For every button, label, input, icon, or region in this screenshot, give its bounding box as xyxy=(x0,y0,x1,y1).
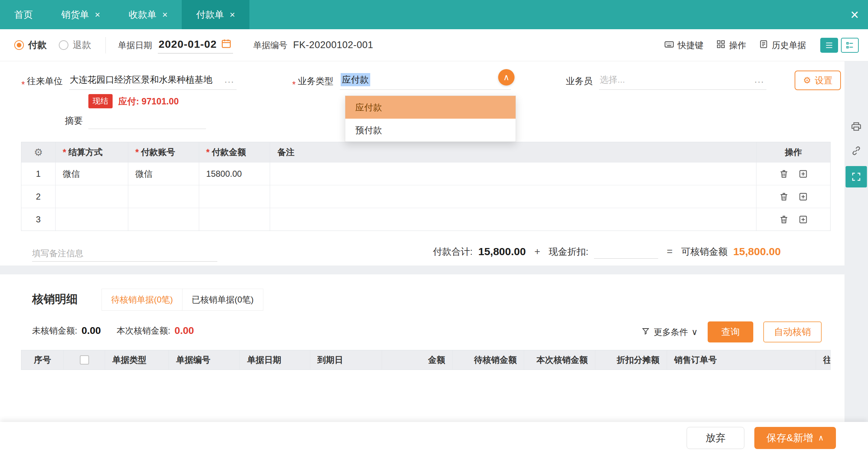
list-view-icon xyxy=(825,41,834,50)
link-button[interactable] xyxy=(847,142,865,160)
tab-receipt-label: 收款单 xyxy=(129,9,156,21)
date-label: 单据日期 xyxy=(118,40,152,51)
verifiable-label: 可核销金额 xyxy=(681,246,728,258)
tab-pending-label: 待核销单据(0笔) xyxy=(111,295,173,304)
pay-account-cell[interactable] xyxy=(128,185,199,208)
pay-account-cell[interactable] xyxy=(128,208,199,231)
settings-button[interactable]: ⚙ 设置 xyxy=(795,71,841,90)
dropdown-option-label: 预付款 xyxy=(355,124,382,136)
date-picker[interactable]: 2020-01-02 xyxy=(158,37,233,53)
settle-method-cell[interactable] xyxy=(56,185,128,208)
salesman-placeholder: 选择... xyxy=(600,74,625,86)
header-actions: 操作 xyxy=(756,142,830,162)
settings-label: 设置 xyxy=(815,74,832,86)
pay-amount-cell[interactable]: 15800.00 xyxy=(199,162,270,185)
expand-button[interactable] xyxy=(846,166,867,187)
settle-method-cell[interactable]: 微信 xyxy=(56,162,128,185)
radio-refund[interactable]: 退款 xyxy=(59,39,91,51)
header-checkbox-cell xyxy=(64,350,105,370)
remark-cell[interactable] xyxy=(270,185,756,208)
detail-view-toggle[interactable] xyxy=(841,38,859,53)
tab-payment[interactable]: 付款单 × xyxy=(182,0,249,29)
remark-cell[interactable] xyxy=(270,162,756,185)
biz-type-dropdown: 应付款 预付款 xyxy=(345,96,516,142)
right-rail xyxy=(845,118,867,187)
payment-table-header: ⚙ * 结算方式 * 付款账号 * 付款金额 备注 操作 xyxy=(21,142,830,162)
contact-lookup-icon[interactable]: ... xyxy=(224,74,234,85)
expand-icon xyxy=(851,171,862,182)
add-row-icon[interactable] xyxy=(798,215,808,225)
add-row-icon[interactable] xyxy=(798,169,808,179)
more-conditions-button[interactable]: 更多条件 ∨ xyxy=(641,326,698,338)
settle-method-cell[interactable] xyxy=(56,208,128,231)
tab-verified-label: 已核销单据(0笔) xyxy=(192,295,253,304)
shortcut-keys-button[interactable]: 快捷键 xyxy=(664,39,703,51)
radio-dot xyxy=(14,40,24,50)
close-tab-icon[interactable]: × xyxy=(162,9,167,20)
radio-dot xyxy=(59,40,68,50)
doc-remark-input[interactable] xyxy=(32,245,217,262)
remark-cell[interactable] xyxy=(270,208,756,231)
header-doc-date: 单据日期 xyxy=(240,350,310,370)
unverified-amount-label: 未核销金额: xyxy=(32,325,77,336)
cash-discount-label: 现金折扣: xyxy=(549,246,588,258)
column-settings-cell[interactable]: ⚙ xyxy=(21,142,56,162)
operations-button[interactable]: 操作 xyxy=(716,40,746,51)
chevron-up-icon: ∧ xyxy=(818,433,824,443)
auto-verify-button[interactable]: 自动核销 xyxy=(763,321,822,342)
pay-total-label: 付款合计: xyxy=(433,246,472,258)
header-seq: 序号 xyxy=(21,350,64,370)
collapse-dropdown-button[interactable]: ∧ xyxy=(498,69,515,86)
tab-verified-docs[interactable]: 已核销单据(0笔) xyxy=(182,289,263,311)
summary-input[interactable] xyxy=(88,113,206,129)
table-row: 1 微信 微信 15800.00 xyxy=(21,162,830,185)
verify-docs-table: 序号 单据类型 单据编号 单据日期 到期日 金额 待核销金额 本次核销金额 折扣… xyxy=(21,350,831,370)
add-row-icon[interactable] xyxy=(798,192,808,202)
delete-row-icon[interactable] xyxy=(779,192,789,202)
cancel-button[interactable]: 放弃 xyxy=(687,427,744,449)
delete-row-icon[interactable] xyxy=(779,169,789,179)
contact-field[interactable]: 大连花园口经济区景和水果种植基地 ... xyxy=(69,72,237,90)
radio-refund-label: 退款 xyxy=(73,39,91,51)
tab-receipt[interactable]: 收款单 × xyxy=(114,0,182,29)
salesman-field[interactable]: 选择... ... xyxy=(599,72,766,90)
pay-account-cell[interactable]: 微信 xyxy=(128,162,199,185)
dropdown-option-prepaid[interactable]: 预付款 xyxy=(345,119,516,141)
document-toolbar: 付款 退款 单据日期 2020-01-02 单据编号 FK-20200102-0… xyxy=(0,29,868,61)
print-button[interactable] xyxy=(847,118,865,135)
row-number: 1 xyxy=(21,162,56,185)
header-doc-type: 单据类型 xyxy=(105,350,169,370)
delete-row-icon[interactable] xyxy=(779,215,789,225)
pay-total-value: 15,800.00 xyxy=(478,246,526,258)
close-tab-icon[interactable]: × xyxy=(229,9,235,20)
history-docs-label: 历史单据 xyxy=(772,40,806,51)
pay-amount-cell[interactable] xyxy=(199,185,270,208)
cash-discount-input[interactable] xyxy=(594,244,658,259)
tab-home-label: 首页 xyxy=(14,9,33,21)
salesman-lookup-icon[interactable]: ... xyxy=(754,74,764,85)
current-verify-label: 本次核销金额: xyxy=(117,325,170,336)
row-number: 3 xyxy=(21,208,56,231)
query-button[interactable]: 查询 xyxy=(708,321,753,342)
header-discount-share: 折扣分摊额 xyxy=(595,350,667,370)
list-view-toggle[interactable] xyxy=(820,38,838,53)
tab-pending-docs[interactable]: 待核销单据(0笔) xyxy=(102,289,182,311)
select-all-checkbox[interactable] xyxy=(80,355,89,365)
tab-sales-order[interactable]: 销货单 × xyxy=(47,0,114,29)
save-and-new-button[interactable]: 保存&新增 ∧ xyxy=(754,427,836,449)
close-icon[interactable]: × xyxy=(841,7,868,22)
link-icon xyxy=(851,145,862,156)
required-marker: * xyxy=(292,79,296,90)
history-docs-button[interactable]: 历史单据 xyxy=(759,40,806,51)
calendar-icon[interactable] xyxy=(221,38,232,50)
dropdown-option-payable[interactable]: 应付款 xyxy=(345,96,516,119)
radio-payment[interactable]: 付款 xyxy=(14,39,47,51)
chevron-down-icon: ∨ xyxy=(691,327,698,337)
verifiable-value: 15,800.00 xyxy=(733,246,781,258)
tab-home[interactable]: 首页 xyxy=(0,0,47,29)
chevron-up-icon: ∧ xyxy=(503,72,510,82)
close-tab-icon[interactable]: × xyxy=(95,9,100,20)
pay-amount-cell[interactable] xyxy=(199,208,270,231)
doc-no-label: 单据编号 xyxy=(253,40,287,51)
biz-type-field[interactable]: 应付款 xyxy=(340,72,511,90)
